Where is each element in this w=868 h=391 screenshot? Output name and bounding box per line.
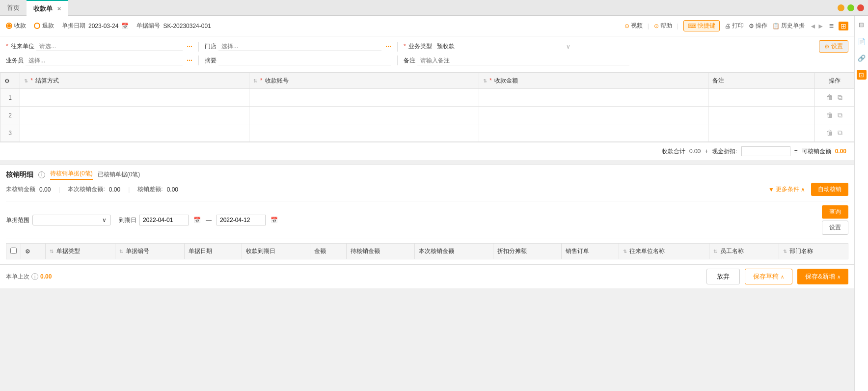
info-icon[interactable]: i bbox=[31, 273, 38, 280]
maximize-button[interactable] bbox=[847, 4, 854, 11]
discard-button[interactable]: 放弃 bbox=[706, 269, 740, 284]
gear-header-bottom[interactable]: ⚙ bbox=[21, 244, 46, 259]
store-more-button[interactable]: ··· bbox=[385, 43, 391, 51]
sidebar-doc-icon[interactable]: 📄 bbox=[857, 36, 867, 46]
calendar-from-icon[interactable]: 📅 bbox=[193, 217, 201, 223]
tab-pending[interactable]: 待核销单据(0笔) bbox=[50, 169, 93, 180]
print-button[interactable]: 🖨 打印 bbox=[725, 22, 744, 30]
tab-bar: 首页 收款单 × bbox=[0, 0, 868, 16]
table-gear-header[interactable]: ⚙ bbox=[0, 73, 20, 89]
settlement-cell-2[interactable] bbox=[20, 107, 249, 124]
remark-input[interactable] bbox=[417, 56, 629, 65]
refund-radio[interactable]: 退款 bbox=[34, 22, 54, 30]
due-date-filter: 到期日 📅 — 📅 bbox=[119, 215, 278, 225]
business-type-value: 预收款 bbox=[437, 42, 455, 51]
sidebar-link-icon[interactable]: 🔗 bbox=[857, 53, 867, 63]
copy-button-1[interactable]: ⧉ bbox=[836, 93, 844, 102]
save-new-button[interactable]: 保存&新增 ∧ bbox=[797, 269, 848, 284]
prev-arrow-icon[interactable]: ◄ bbox=[810, 22, 816, 30]
sort-icon[interactable]: ⇅ bbox=[483, 78, 487, 84]
sort-icon[interactable]: ⇅ bbox=[253, 78, 257, 84]
delete-button-3[interactable]: 🗑 bbox=[825, 129, 835, 137]
counterpart-input[interactable] bbox=[36, 42, 183, 51]
close-button[interactable] bbox=[857, 4, 864, 11]
operation-button[interactable]: ⚙ 操作 bbox=[749, 22, 767, 30]
account-cell-2[interactable] bbox=[249, 107, 479, 124]
account-cell-3[interactable] bbox=[249, 124, 479, 142]
grid-view-icon[interactable]: ⊞ bbox=[839, 22, 848, 30]
salesperson-field: 业务员 ··· bbox=[6, 56, 192, 65]
main-content: 收款 退款 单据日期 2023-03-24 📅 单据编号 SK-20230324… bbox=[0, 16, 854, 391]
salesperson-more-button[interactable]: ··· bbox=[187, 56, 192, 64]
more-conditions-button[interactable]: ▼ 更多条件 ∧ bbox=[768, 185, 805, 194]
tab-receipt[interactable]: 收款单 × bbox=[27, 0, 68, 16]
help-button[interactable]: ⊙ 帮助 bbox=[654, 22, 672, 30]
form-divider-3 bbox=[198, 56, 199, 65]
query-button[interactable]: 查询 bbox=[822, 205, 848, 219]
checkbox-header[interactable] bbox=[6, 244, 21, 259]
range-select[interactable]: ∨ bbox=[32, 215, 111, 225]
employee-header: ⇅ 员工名称 bbox=[709, 244, 779, 259]
sort-icon[interactable]: ⇅ bbox=[713, 249, 717, 254]
amount-header: ⇅ * 收款金额 bbox=[479, 73, 708, 89]
settings-button[interactable]: ⚙ 设置 bbox=[819, 40, 848, 53]
toolbar-right: ⊙ 视频 | ⊙ 帮助 | ⌨ 快捷键 🖨 打印 ⚙ 操作 📋 bbox=[624, 20, 848, 31]
date-from-input[interactable] bbox=[139, 215, 189, 225]
writeoff-section: 核销明细 i 待核销单据(0笔) 已核销单据(0笔) 未核销金额 0.00 | … bbox=[0, 164, 854, 264]
shortcut-button[interactable]: ⌨ 快捷键 bbox=[683, 20, 720, 31]
receipt-radio-dot bbox=[6, 23, 12, 29]
tab-done[interactable]: 已核销单据(0笔) bbox=[98, 170, 140, 179]
remark-cell-3[interactable] bbox=[708, 124, 815, 142]
summary-field: 摘要 bbox=[205, 56, 391, 65]
store-input[interactable] bbox=[218, 42, 381, 51]
sort-icon[interactable]: ⇅ bbox=[783, 249, 787, 254]
remark-cell-2[interactable] bbox=[708, 107, 815, 124]
copy-button-3[interactable]: ⧉ bbox=[836, 129, 844, 137]
writeoff-info-icon[interactable]: i bbox=[38, 171, 45, 178]
remark-cell-1[interactable] bbox=[708, 89, 815, 107]
settlement-cell-3[interactable] bbox=[20, 124, 249, 142]
date-to-input[interactable] bbox=[217, 215, 266, 225]
summary-input[interactable] bbox=[218, 56, 391, 65]
available-value: 0.00 bbox=[835, 148, 846, 155]
account-cell-1[interactable] bbox=[249, 89, 479, 107]
form-divider-2 bbox=[397, 42, 398, 52]
next-arrow-icon[interactable]: ► bbox=[817, 22, 824, 30]
counterpart-more-button[interactable]: ··· bbox=[187, 43, 192, 51]
settlement-cell-1[interactable] bbox=[20, 89, 249, 107]
tab-close-icon[interactable]: × bbox=[57, 5, 61, 12]
video-button[interactable]: ⊙ 视频 bbox=[624, 22, 643, 30]
sort-icon[interactable]: ⇅ bbox=[119, 249, 123, 254]
keyboard-icon: ⌨ bbox=[688, 23, 696, 29]
auto-writeoff-button[interactable]: 自动核销 bbox=[811, 183, 848, 196]
sort-icon[interactable]: ⇅ bbox=[50, 249, 54, 254]
sidebar-scan-icon[interactable]: ⊡ bbox=[857, 70, 867, 80]
amount-cell-1[interactable] bbox=[479, 89, 708, 107]
select-all-checkbox[interactable] bbox=[10, 248, 17, 254]
doc-date-value: 2023-03-24 bbox=[88, 23, 118, 29]
salesperson-input[interactable] bbox=[26, 56, 183, 65]
copy-button-2[interactable]: ⧉ bbox=[836, 111, 844, 119]
minimize-button[interactable] bbox=[838, 4, 844, 11]
delete-button-2[interactable]: 🗑 bbox=[825, 111, 835, 119]
discount-input[interactable] bbox=[741, 146, 790, 156]
list-view-icon[interactable]: ≡ bbox=[829, 22, 834, 30]
sort-icon[interactable]: ⇅ bbox=[24, 78, 28, 84]
business-type-chevron[interactable]: ∨ bbox=[566, 43, 570, 50]
uncancelled-stat: 未核销金额 0.00 bbox=[6, 185, 51, 194]
filter-settings-button[interactable]: 设置 bbox=[822, 221, 848, 235]
sort-icon[interactable]: ⇅ bbox=[623, 249, 627, 254]
receipt-radio[interactable]: 收款 bbox=[6, 22, 26, 30]
settlement-header: ⇅ * 结算方式 bbox=[20, 73, 249, 89]
history-button[interactable]: 📋 历史单据 bbox=[772, 22, 805, 30]
amount-cell-2[interactable] bbox=[479, 107, 708, 124]
calendar-to-icon[interactable]: 📅 bbox=[271, 217, 278, 223]
amount-cell-3[interactable] bbox=[479, 124, 708, 142]
sidebar-table-icon[interactable]: ⊟ bbox=[857, 20, 867, 29]
tab-home[interactable]: 首页 bbox=[0, 0, 27, 16]
right-sidebar: ⊟ 📄 🔗 ⊡ bbox=[854, 16, 868, 391]
save-draft-button[interactable]: 保存草稿 ∧ bbox=[745, 269, 792, 284]
delete-button-1[interactable]: 🗑 bbox=[825, 93, 835, 101]
calendar-icon[interactable]: 📅 bbox=[121, 23, 129, 29]
current-writeoff-stat: 本次核销金额: 0.00 bbox=[68, 185, 120, 194]
